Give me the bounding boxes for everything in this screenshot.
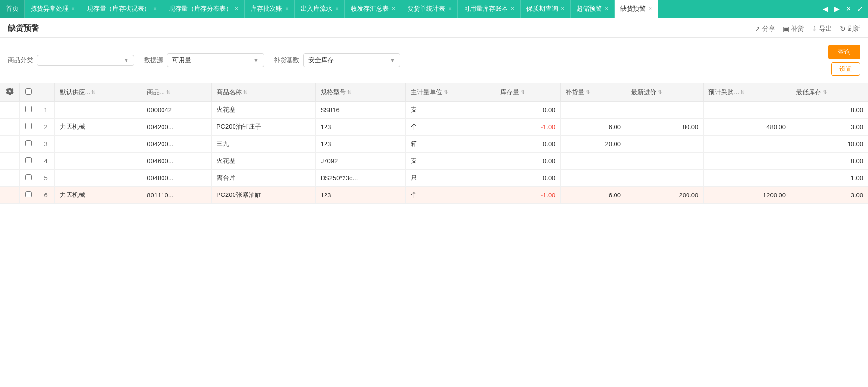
select-all-checkbox[interactable] <box>25 88 32 95</box>
tab-shortage-label: 缺货预警 <box>620 4 646 13</box>
sort-stock-icon: ⇅ <box>521 89 524 95</box>
td-stock-4: 0.00 <box>495 170 561 187</box>
table-row: 1 0000042 火花塞 SS816 支 0.00 8.00 <box>0 102 868 119</box>
row-checkbox-5[interactable] <box>25 191 32 197</box>
tab-demand-label: 要货单统计表 <box>407 4 445 13</box>
data-table: 默认供应... ⇅ 商品... ⇅ 商品名称 ⇅ <box>0 83 868 204</box>
th-estimated-purchase[interactable]: 预计采购... ⇅ <box>704 83 791 102</box>
th-settings[interactable] <box>0 83 19 102</box>
filter-area: 商品分类 ▼ 数据源 可用量 ▼ 补货基数 安全库存 ▼ 查询 设置 <box>0 38 868 83</box>
tab-overstock[interactable]: 超储预警 × <box>571 0 615 18</box>
td-checkbox-4[interactable] <box>19 170 37 187</box>
refresh-button[interactable]: ↻ 刷新 <box>840 24 860 33</box>
tab-shortage[interactable]: 缺货预警 × <box>615 0 658 18</box>
th-checkbox[interactable] <box>19 83 37 102</box>
th-spec-model[interactable]: 规格型号 ⇅ <box>315 83 405 102</box>
datasource-label: 数据源 <box>144 56 163 65</box>
td-spec-4: DS250*23c... <box>315 170 405 187</box>
td-checkbox-1[interactable] <box>19 119 37 136</box>
row-checkbox-4[interactable] <box>25 174 32 180</box>
tab-summary[interactable]: 收发存汇总表 × <box>345 0 401 18</box>
tab-close-all-btn[interactable]: ✕ <box>843 3 854 15</box>
td-name-2: 三九 <box>211 136 315 153</box>
td-replenish-5: 6.00 <box>561 187 626 204</box>
th-product-code[interactable]: 商品... ⇅ <box>142 83 212 102</box>
th-product-name[interactable]: 商品名称 ⇅ <box>211 83 315 102</box>
datasource-filter-group: 数据源 可用量 ▼ <box>144 53 264 67</box>
tab-summary-close[interactable]: × <box>392 5 395 12</box>
td-settings-1 <box>0 119 19 136</box>
td-code-5: 801110... <box>142 187 212 204</box>
tab-shortage-close[interactable]: × <box>649 5 652 12</box>
td-price-4 <box>626 170 703 187</box>
tab-batch[interactable]: 库存批次账 × <box>245 0 295 18</box>
tab-overstock-close[interactable]: × <box>605 5 608 12</box>
tab-expiry-close[interactable]: × <box>561 5 564 12</box>
sort-supplier-icon: ⇅ <box>91 89 95 95</box>
tab-flow[interactable]: 出入库流水 × <box>295 0 345 18</box>
datasource-select[interactable]: 可用量 ▼ <box>167 53 264 67</box>
tab-picking[interactable]: 拣货异常处理 × <box>25 0 81 18</box>
tab-prev-btn[interactable]: ◀ <box>819 3 831 15</box>
sort-unit-icon: ⇅ <box>444 89 448 95</box>
filter-right-buttons: 查询 设置 <box>828 45 860 76</box>
tab-stock-status[interactable]: 现存量（库存状况表） × <box>81 0 163 18</box>
td-price-2 <box>626 136 703 153</box>
td-estimated-3 <box>704 153 791 170</box>
row-checkbox-2[interactable] <box>25 140 32 146</box>
tab-next-btn[interactable]: ▶ <box>831 3 843 15</box>
tab-available-close[interactable]: × <box>511 5 514 12</box>
tab-expand-btn[interactable]: ⤢ <box>854 3 866 15</box>
replenish-base-select[interactable]: 安全库存 ▼ <box>303 53 400 67</box>
tab-stock-status-close[interactable]: × <box>153 5 157 12</box>
tab-stock-dist-close[interactable]: × <box>235 5 238 12</box>
td-name-4: 离合片 <box>211 170 315 187</box>
td-rownum-5: 6 <box>37 187 54 204</box>
tab-demand[interactable]: 要货单统计表 × <box>401 0 458 18</box>
th-default-supplier[interactable]: 默认供应... ⇅ <box>54 83 142 102</box>
tab-flow-close[interactable]: × <box>335 5 339 12</box>
tab-expiry[interactable]: 保质期查询 × <box>521 0 571 18</box>
td-unit-2: 箱 <box>405 136 495 153</box>
table-body: 1 0000042 火花塞 SS816 支 0.00 8.00 2 力天机械 0… <box>0 102 868 204</box>
export-button[interactable]: ⇩ 导出 <box>812 24 832 33</box>
tab-home-label: 首页 <box>6 4 18 13</box>
tab-demand-close[interactable]: × <box>448 5 452 12</box>
replenish-button[interactable]: ▣ 补货 <box>783 24 804 33</box>
row-checkbox-0[interactable] <box>25 106 32 112</box>
td-minstock-3: 8.00 <box>791 153 868 170</box>
td-estimated-5: 1200.00 <box>704 187 791 204</box>
category-select[interactable]: ▼ <box>37 55 134 66</box>
td-checkbox-2[interactable] <box>19 136 37 153</box>
table-row: 2 力天机械 004200... PC200油缸庄子 123 个 -1.00 6… <box>0 119 868 136</box>
td-settings-5 <box>0 187 19 204</box>
table-row: 4 004600... 火花塞 J7092 支 0.00 8.00 <box>0 153 868 170</box>
td-minstock-4: 1.00 <box>791 170 868 187</box>
th-replenish-qty[interactable]: 补货量 ⇅ <box>561 83 626 102</box>
tab-available[interactable]: 可用量库存账本 × <box>458 0 521 18</box>
td-checkbox-0[interactable] <box>19 102 37 119</box>
settings-button[interactable]: 设置 <box>831 62 860 76</box>
td-checkbox-5[interactable] <box>19 187 37 204</box>
th-min-stock[interactable]: 最低库存 ⇅ <box>791 83 868 102</box>
tab-stock-status-label: 现存量（库存状况表） <box>87 4 150 13</box>
td-rownum-2: 3 <box>37 136 54 153</box>
td-rownum-0: 1 <box>37 102 54 119</box>
row-checkbox-3[interactable] <box>25 157 32 163</box>
td-minstock-1: 3.00 <box>791 119 868 136</box>
th-stock-qty[interactable]: 库存量 ⇅ <box>495 83 561 102</box>
tab-stock-dist[interactable]: 现存量（库存分布表） × <box>163 0 245 18</box>
tab-batch-close[interactable]: × <box>285 5 289 12</box>
table-header-row: 默认供应... ⇅ 商品... ⇅ 商品名称 ⇅ <box>0 83 868 102</box>
td-settings-4 <box>0 170 19 187</box>
query-button[interactable]: 查询 <box>828 45 860 59</box>
tab-home[interactable]: 首页 <box>0 0 25 18</box>
share-button[interactable]: ↗ 分享 <box>755 24 775 33</box>
td-checkbox-3[interactable] <box>19 153 37 170</box>
sort-name-icon: ⇅ <box>243 89 247 95</box>
th-latest-price[interactable]: 最新进价 ⇅ <box>626 83 703 102</box>
th-unit[interactable]: 主计量单位 ⇅ <box>405 83 495 102</box>
tab-picking-close[interactable]: × <box>72 5 75 12</box>
row-checkbox-1[interactable] <box>25 123 32 129</box>
td-name-0: 火花塞 <box>211 102 315 119</box>
